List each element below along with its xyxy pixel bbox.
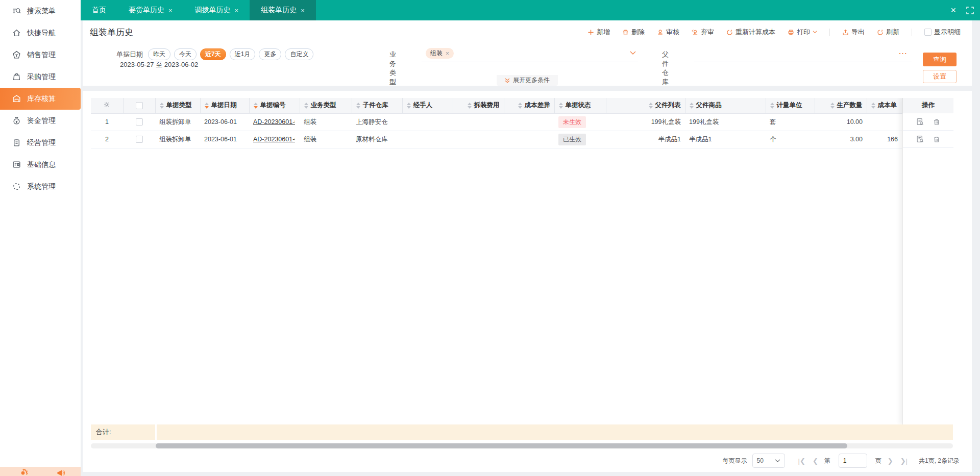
column-header-biz-type[interactable]: 业务类型 <box>300 98 352 113</box>
sidebar-item-label: 经营管理 <box>27 138 56 147</box>
cell-unit: 套 <box>766 113 815 131</box>
date-preset-lastmonth[interactable]: 近1月 <box>230 48 256 60</box>
date-preset-last7days[interactable]: 近7天 <box>200 48 226 60</box>
column-header-cost-price[interactable]: 成本单 <box>867 98 902 113</box>
audit-button[interactable]: 审核 <box>657 28 679 37</box>
sidebar-item-label: 采购管理 <box>27 72 56 82</box>
chevron-down-icon <box>775 459 780 463</box>
last-page-icon[interactable]: ❯| <box>899 457 909 465</box>
row-checkbox[interactable] <box>136 118 143 126</box>
tag-close-icon[interactable]: × <box>446 50 449 57</box>
tab-home[interactable]: 首页 <box>81 0 117 20</box>
column-header-doc-no[interactable]: 单据编号 <box>249 98 300 113</box>
column-header-doc-type[interactable]: 单据类型 <box>155 98 200 113</box>
sidebar-item-quick-nav[interactable]: 快捷导航 <box>0 22 81 44</box>
biz-type-label: 业务类型 <box>389 50 396 87</box>
sidebar-item-operations[interactable]: 经营管理 <box>0 132 81 154</box>
add-button[interactable]: 新增 <box>587 28 610 37</box>
show-detail-toggle[interactable]: 显示明细 <box>924 28 961 37</box>
sidebar-item-search-menu[interactable]: 搜索菜单 <box>0 0 81 22</box>
row-checkbox[interactable] <box>136 136 143 143</box>
tab-assembly-history[interactable]: 组装单历史 × <box>250 0 316 20</box>
delete-button[interactable]: 删除 <box>622 28 645 37</box>
tab-close-icon[interactable]: × <box>168 7 173 14</box>
column-header-child-warehouse[interactable]: 子件仓库 <box>352 98 402 113</box>
id-card-icon <box>12 160 21 169</box>
export-button[interactable]: 导出 <box>842 28 865 37</box>
refresh-button[interactable]: 刷新 <box>877 28 899 37</box>
cell-parent-list: 199礼盒装 <box>606 113 685 131</box>
biz-type-select[interactable]: 组装 × <box>422 47 638 62</box>
sidebar-item-funds[interactable]: 资金管理 <box>0 110 81 132</box>
column-header-cost-diff[interactable]: 成本差异 <box>504 98 554 113</box>
show-detail-checkbox[interactable] <box>924 29 932 36</box>
total-records-text: 共1页, 2条记录 <box>919 457 960 465</box>
date-filter-label: 单据日期 <box>116 50 143 59</box>
cell-doc-type: 组装拆卸单 <box>155 113 200 131</box>
column-header-parent-list[interactable]: 父件列表 <box>606 98 685 113</box>
recalculate-cost-button[interactable]: 重新计算成本 <box>726 28 775 37</box>
per-page-select[interactable]: 50 <box>752 454 785 468</box>
more-options-dots[interactable]: ... <box>899 48 908 56</box>
cell-cost-diff <box>504 113 554 131</box>
tab-close-icon[interactable]: × <box>235 7 239 14</box>
tab-label: 要货单历史 <box>129 6 164 15</box>
doc-no-link[interactable]: AD-20230601-0 <box>253 118 295 126</box>
cell-handler <box>402 113 453 131</box>
cell-biz-type: 组装 <box>300 131 352 148</box>
sidebar-item-purchase[interactable]: 采购管理 <box>0 66 81 88</box>
select-all-checkbox[interactable] <box>136 102 143 109</box>
megaphone-icon[interactable] <box>56 468 65 476</box>
column-header-fee[interactable]: 拆装费用 <box>453 98 504 113</box>
tab-transfer-history[interactable]: 调拨单历史 × <box>184 0 250 20</box>
view-detail-icon[interactable] <box>916 135 924 143</box>
date-preset-custom[interactable]: 自定义 <box>285 48 313 60</box>
table-header-row: 单据类型 单据日期 单据编号 业务类型 子件仓库 经手人 拆装费用 成本差异 单… <box>91 98 902 113</box>
table-row[interactable]: 2 组装拆卸单 2023-06-01 AD-20230601-0 组装 原材料仓… <box>91 131 902 148</box>
view-detail-icon[interactable] <box>916 118 924 126</box>
delete-row-icon[interactable] <box>933 118 940 126</box>
sidebar-item-inventory[interactable]: 库存核算 <box>0 88 81 110</box>
close-icon[interactable]: × <box>950 6 956 15</box>
tab-close-icon[interactable]: × <box>301 7 305 14</box>
parent-warehouse-input[interactable]: ... <box>694 47 912 62</box>
date-preset-yesterday[interactable]: 昨天 <box>148 48 170 60</box>
row-index: 2 <box>91 131 123 148</box>
status-badge: 已生效 <box>558 134 586 145</box>
column-header-handler[interactable]: 经手人 <box>402 98 453 113</box>
fullscreen-icon[interactable] <box>966 7 974 14</box>
sidebar-item-system[interactable]: 系统管理 <box>0 176 81 197</box>
unaudit-button[interactable]: 弃审 <box>692 28 714 37</box>
sidebar-item-base-info[interactable]: 基础信息 <box>0 154 81 176</box>
date-preset-today[interactable]: 今天 <box>174 48 197 60</box>
fixed-operations-column: 操作 <box>902 98 953 424</box>
cell-parent-product: 199礼盒装 <box>685 113 766 131</box>
print-button[interactable]: 打印 <box>788 28 817 37</box>
column-settings-gear-icon[interactable] <box>103 101 110 108</box>
scrollbar-thumb[interactable] <box>156 443 847 448</box>
doc-no-link[interactable]: AD-20230601-0 <box>253 136 295 143</box>
expand-more-conditions[interactable]: 展开更多条件 <box>497 75 558 86</box>
table-row[interactable]: 1 组装拆卸单 2023-06-01 AD-20230601-0 组装 上海静安… <box>91 113 902 131</box>
column-header-unit[interactable]: 计量单位 <box>766 98 815 113</box>
column-header-qty[interactable]: 生产数量 <box>815 98 867 113</box>
date-preset-more[interactable]: 更多 <box>259 48 281 60</box>
settings-button[interactable]: 设置 <box>923 70 957 83</box>
prev-page-icon[interactable]: ❮ <box>812 457 819 465</box>
page-suffix: 页 <box>875 457 881 465</box>
next-page-icon[interactable]: ❯ <box>887 457 894 465</box>
column-header-doc-date[interactable]: 单据日期 <box>200 98 249 113</box>
refresh-icon <box>877 29 884 36</box>
tab-request-history[interactable]: 要货单历史 × <box>117 0 184 20</box>
printer-icon <box>788 29 794 36</box>
column-header-parent-product[interactable]: 父件商品 <box>685 98 766 113</box>
sidebar-item-sales[interactable]: 销售管理 <box>0 44 81 66</box>
delete-row-icon[interactable] <box>933 136 940 143</box>
chevron-down-icon[interactable] <box>630 51 636 55</box>
search-button[interactable]: 查询 <box>923 53 957 66</box>
column-header-status[interactable]: 单据状态 <box>554 98 606 113</box>
per-page-label: 每页显示 <box>723 457 747 465</box>
page-number-input[interactable] <box>839 454 867 468</box>
gear-icon[interactable] <box>18 468 28 476</box>
first-page-icon[interactable]: |❮ <box>797 457 806 465</box>
